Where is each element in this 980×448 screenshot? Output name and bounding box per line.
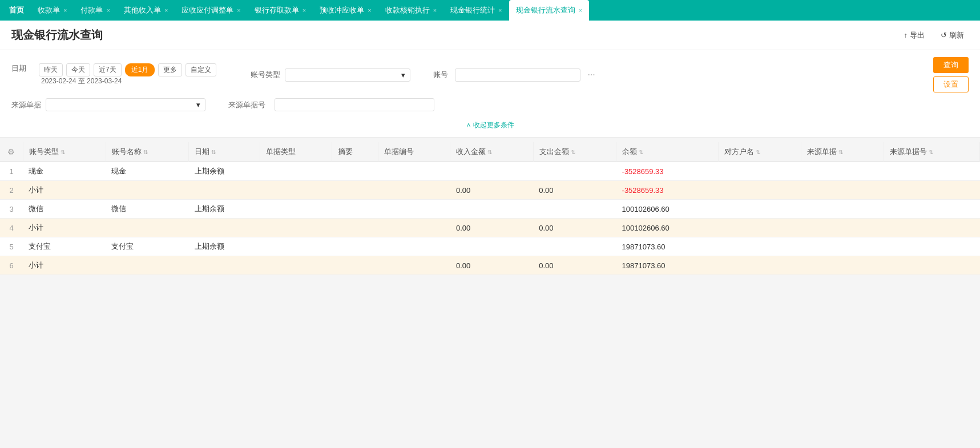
cell-account-type: 微信 (23, 200, 106, 219)
col-source-doc[interactable]: 来源单据⇅ (801, 142, 884, 162)
filter-area: 日期 昨天 今天 近7天 近1月 更多 自定义 2023-02-24 至 202… (0, 50, 980, 138)
nav-cash-bank-flow[interactable]: 现金银行流水查询 × (509, 0, 589, 21)
cell-doc-type (260, 219, 332, 237)
nav-ar-adjust[interactable]: 应收应付调整单 × (175, 0, 247, 21)
date-btn-more[interactable]: 更多 (158, 63, 182, 76)
account-label: 账号 (433, 70, 450, 80)
date-range-display: 2023-02-24 至 2023-03-24 (41, 76, 216, 86)
cell-summary (332, 200, 378, 219)
filter-row-1: 日期 昨天 今天 近7天 近1月 更多 自定义 2023-02-24 至 202… (11, 57, 969, 92)
col-income[interactable]: 收入金额⇅ (450, 142, 533, 162)
nav-cash-bank-stats-label: 现金银行统计 (450, 5, 495, 15)
cell-counterpart (718, 181, 801, 200)
cell-account-name (106, 181, 188, 200)
source-doc-group: 来源单据 ▾ (11, 98, 205, 111)
nav-home[interactable]: 首页 (2, 0, 31, 21)
row-num: 5 (0, 237, 23, 256)
nav-bank-deposit-close[interactable]: × (303, 7, 306, 14)
refresh-button[interactable]: ↺ 刷新 (936, 28, 969, 43)
date-btn-1month[interactable]: 近1月 (125, 63, 155, 76)
date-btn-yesterday[interactable]: 昨天 (39, 63, 63, 76)
sort-balance-icon: ⇅ (639, 149, 643, 155)
col-balance[interactable]: 余额⇅ (616, 142, 718, 162)
nav-cash-bank-flow-close[interactable]: × (579, 7, 582, 14)
nav-receipt-verify[interactable]: 收款核销执行 × (378, 0, 443, 21)
row-num: 4 (0, 219, 23, 237)
cell-account-name: 支付宝 (106, 237, 188, 256)
col-account-name[interactable]: 账号名称⇅ (106, 142, 188, 162)
source-doc-select[interactable]: ▾ (46, 98, 205, 111)
nav-other-income[interactable]: 其他收入单 × (117, 0, 175, 21)
source-doc-chevron: ▾ (196, 100, 200, 109)
cell-source-doc-no (884, 200, 980, 219)
source-doc-no-input[interactable] (275, 98, 434, 111)
nav-advance-offset-close[interactable]: × (368, 7, 371, 14)
date-btn-7days[interactable]: 近7天 (94, 63, 122, 76)
date-btn-today[interactable]: 今天 (66, 63, 90, 76)
export-button[interactable]: ↑ 导出 (900, 28, 930, 43)
nav-payment[interactable]: 付款单 × (74, 0, 116, 21)
nav-receipt-label: 收款单 (38, 5, 60, 15)
nav-bank-deposit-label: 银行存取款单 (255, 5, 299, 15)
nav-receipt[interactable]: 收款单 × (31, 0, 74, 21)
nav-receipt-verify-close[interactable]: × (433, 7, 437, 14)
account-input[interactable] (455, 68, 580, 82)
table-row[interactable]: 1 现金 现金 上期余额 -3528659.33 (0, 162, 980, 181)
collapse-bar[interactable]: ∧ 收起更多条件 (11, 117, 969, 130)
cell-doc-no (378, 181, 450, 200)
date-btn-custom[interactable]: 自定义 (185, 63, 216, 76)
settings-button[interactable]: 设置 (933, 76, 969, 92)
cell-source-doc (801, 237, 884, 256)
sort-account-name-icon: ⇅ (143, 149, 148, 155)
cell-income (450, 200, 533, 219)
cell-source-doc (801, 256, 884, 275)
account-type-label: 账号类型 (251, 70, 280, 80)
col-doc-type: 单据类型 (260, 142, 332, 162)
table-row[interactable]: 6 小计 0.00 0.00 19871073.60 (0, 256, 980, 275)
table-row[interactable]: 2 小计 0.00 0.00 -3528659.33 (0, 181, 980, 200)
table-row[interactable]: 5 支付宝 支付宝 上期余额 19871073.60 (0, 237, 980, 256)
cell-summary (332, 237, 378, 256)
table-row[interactable]: 3 微信 微信 上期余额 100102606.60 (0, 200, 980, 219)
account-type-select[interactable]: ▾ (285, 68, 410, 82)
cell-source-doc (801, 219, 884, 237)
cell-balance: 100102606.60 (616, 200, 718, 219)
col-expense[interactable]: 支出金额⇅ (533, 142, 616, 162)
nav-receipt-close[interactable]: × (63, 7, 67, 14)
collapse-icon: ∧ (466, 121, 471, 129)
cell-account-type: 小计 (23, 219, 106, 237)
cell-date: 上期余额 (189, 162, 260, 181)
table-row[interactable]: 4 小计 0.00 0.00 100102606.60 (0, 219, 980, 237)
nav-other-income-close[interactable]: × (164, 7, 168, 14)
sort-date-icon: ⇅ (211, 149, 216, 155)
nav-advance-offset[interactable]: 预收冲应收单 × (313, 0, 378, 21)
cell-source-doc-no (884, 219, 980, 237)
col-counterpart[interactable]: 对方户名⇅ (718, 142, 801, 162)
export-icon: ↑ (904, 31, 908, 39)
cell-expense (533, 162, 616, 181)
col-date[interactable]: 日期⇅ (189, 142, 260, 162)
cell-date (189, 219, 260, 237)
nav-cash-bank-stats-close[interactable]: × (498, 7, 502, 14)
cell-balance: -3528659.33 (616, 181, 718, 200)
col-source-doc-no[interactable]: 来源单据号⇅ (884, 142, 980, 162)
nav-ar-adjust-close[interactable]: × (237, 7, 240, 14)
cell-doc-type (260, 181, 332, 200)
nav-payment-close[interactable]: × (106, 7, 110, 14)
query-button[interactable]: 查询 (933, 57, 969, 73)
nav-bank-deposit[interactable]: 银行存取款单 × (248, 0, 313, 21)
cell-doc-no (378, 256, 450, 275)
page-title: 现金银行流水查询 (11, 27, 103, 43)
nav-cash-bank-stats[interactable]: 现金银行统计 × (443, 0, 509, 21)
col-account-type[interactable]: 账号类型⇅ (23, 142, 106, 162)
cell-account-type: 现金 (23, 162, 106, 181)
cell-date: 上期余额 (189, 200, 260, 219)
cell-doc-no (378, 219, 450, 237)
cell-source-doc (801, 200, 884, 219)
source-doc-label: 来源单据 (11, 100, 41, 110)
gear-icon[interactable]: ⚙ (7, 147, 15, 156)
account-dots-button[interactable]: ··· (585, 70, 597, 80)
cell-income (450, 162, 533, 181)
row-num: 3 (0, 200, 23, 219)
cell-account-type: 小计 (23, 256, 106, 275)
